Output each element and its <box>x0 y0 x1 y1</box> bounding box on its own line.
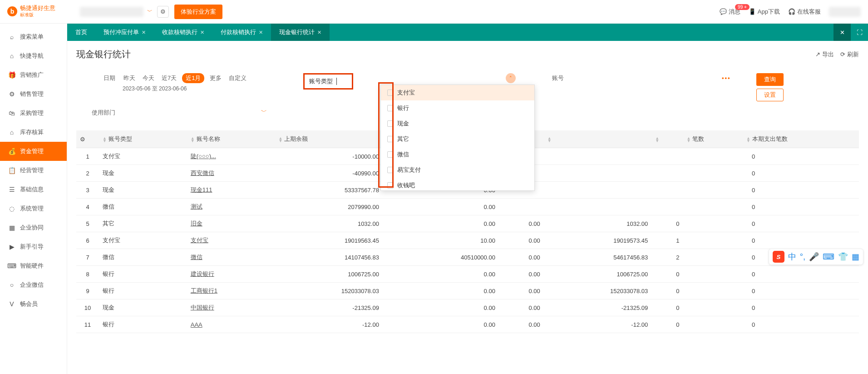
tab-fullscreen-button[interactable]: ⛶ <box>851 24 868 41</box>
sidebar-item[interactable]: 💰资金管理 <box>0 142 67 161</box>
cell-account-name[interactable]: 微信 <box>187 249 275 266</box>
messages-button[interactable]: 💬 消息 99 + <box>720 8 740 16</box>
sidebar-item[interactable]: ▦企业协同 <box>0 218 67 237</box>
cell-account-name[interactable]: 中国银行 <box>187 299 275 316</box>
table-header[interactable]: ▲▼笔数 <box>683 130 743 148</box>
tab-close-icon[interactable]: ✕ <box>259 30 263 35</box>
checkbox-icon[interactable] <box>387 167 394 173</box>
settings-button[interactable]: ⚙ <box>157 6 169 18</box>
ime-lang-label[interactable]: 中 <box>788 251 796 262</box>
checkbox-icon[interactable] <box>387 136 394 142</box>
cell-count2: 0 <box>743 283 859 299</box>
tab-close-icon[interactable]: ✕ <box>317 30 321 35</box>
tab[interactable]: 首页 <box>67 24 95 41</box>
checkbox-icon[interactable] <box>387 120 394 127</box>
tab[interactable]: 现金银行统计✕ <box>271 24 330 41</box>
dropdown-option[interactable]: 现金 <box>381 116 534 131</box>
sidebar-item[interactable]: 📋经营管理 <box>0 161 67 180</box>
ime-punct-icon[interactable]: °, <box>800 252 805 262</box>
cell-account-name[interactable]: AAA <box>187 316 275 333</box>
cell-count2: 0 <box>743 199 859 215</box>
checkbox-icon[interactable] <box>387 182 394 189</box>
cell-count2: 0 <box>743 182 859 199</box>
checkbox-icon[interactable] <box>387 151 394 158</box>
date-option[interactable]: 更多 <box>208 73 223 83</box>
sidebar-item[interactable]: V畅会员 <box>0 294 67 314</box>
sidebar-icon: ☰ <box>8 186 15 193</box>
dropdown-option[interactable]: 其它 <box>381 131 534 147</box>
ime-skin-icon[interactable]: 👕 <box>838 252 848 262</box>
collapse-toggle-button[interactable]: ˄ <box>506 73 516 83</box>
date-option[interactable]: 近1月 <box>182 73 204 83</box>
query-button[interactable]: 查询 <box>756 73 784 86</box>
user-avatar-blur[interactable] <box>829 7 861 17</box>
date-option[interactable]: 今天 <box>141 73 156 83</box>
dropdown-option[interactable]: 易宝支付 <box>381 162 534 178</box>
cell-account-name[interactable]: 测试 <box>187 199 275 215</box>
tab[interactable]: 预付冲应付单✕ <box>95 24 154 41</box>
refresh-button[interactable]: ⟳ 刷新 <box>840 50 859 59</box>
dropdown-option[interactable]: 收钱吧 <box>381 178 534 190</box>
ime-keyboard-icon[interactable]: ⌨ <box>823 252 834 262</box>
department-input[interactable]: ﹀ <box>122 108 267 117</box>
tab-close-all-button[interactable]: ✕ <box>833 24 851 41</box>
table-header[interactable]: ▲▼本期支出笔数 <box>743 130 859 148</box>
cell-account-name[interactable]: 西安微信 <box>187 165 275 182</box>
sidebar-item[interactable]: ⌂快捷导航 <box>0 46 67 65</box>
cell-hidden <box>683 215 743 232</box>
filter-settings-button[interactable]: 设置 <box>756 89 784 101</box>
gear-icon[interactable]: ⚙ <box>80 136 85 143</box>
sidebar-item[interactable]: ⌕搜索菜单 <box>0 27 67 46</box>
ime-mic-icon[interactable]: 🎤 <box>809 252 819 262</box>
cell-account-name[interactable]: 现金111 <box>187 182 275 199</box>
table-header[interactable]: ⚙ <box>76 130 99 148</box>
more-options-button[interactable]: ••• <box>722 75 731 81</box>
checkbox-icon[interactable] <box>387 90 394 96</box>
table-header[interactable]: ▲▼账号类型 <box>99 130 187 148</box>
cell-account-name[interactable]: 工商银行1 <box>187 283 275 299</box>
ime-toolbar[interactable]: S 中 °, 🎤 ⌨ 👕 ▦ <box>769 249 863 265</box>
ime-toolbox-icon[interactable]: ▦ <box>852 252 859 262</box>
sidebar-item[interactable]: 🛍采购管理 <box>0 104 67 123</box>
app-download-button[interactable]: 📱 App下载 <box>749 8 780 16</box>
date-option[interactable]: 昨天 <box>122 73 137 83</box>
sidebar-item[interactable]: ▶新手引导 <box>0 237 67 256</box>
cell-account-name[interactable]: 支付宝 <box>187 232 275 249</box>
org-selector[interactable]: ﹀ <box>80 7 153 17</box>
tab-close-icon[interactable]: ✕ <box>142 30 146 35</box>
support-button[interactable]: 🎧 在线客服 <box>788 8 821 16</box>
checkbox-icon[interactable] <box>387 105 394 111</box>
tab[interactable]: 收款核销执行✕ <box>154 24 212 41</box>
sidebar-item[interactable]: ☰基础信息 <box>0 180 67 199</box>
date-option[interactable]: 近7天 <box>160 73 178 83</box>
tab[interactable]: 付款核销执行✕ <box>212 24 271 41</box>
dropdown-option[interactable]: 微信 <box>381 147 534 162</box>
date-option[interactable]: 自定义 <box>227 73 248 83</box>
row-index: 11 <box>76 316 99 333</box>
table-row: 9银行工商银行1152033078.030.000.00152033078.03… <box>76 283 859 299</box>
dropdown-option[interactable]: 银行 <box>381 100 534 116</box>
sidebar-item[interactable]: ⌨智能硬件 <box>0 256 67 275</box>
sidebar-item[interactable]: ○企业微信 <box>0 275 67 294</box>
sidebar-item[interactable]: ◌系统管理 <box>0 199 67 218</box>
table-header[interactable]: ▲▼ <box>544 130 651 148</box>
sidebar-item[interactable]: ⌂库存核算 <box>0 123 67 142</box>
cell-account-name[interactable]: 陡(○○○)... <box>187 148 275 165</box>
cell-account-name[interactable]: 旧金 <box>187 215 275 232</box>
dropdown-option[interactable]: 支付宝 <box>381 85 534 100</box>
table-header[interactable]: ▲▼ <box>651 130 683 148</box>
sidebar-item[interactable]: ⚙销售管理 <box>0 85 67 104</box>
industry-plan-button[interactable]: 体验行业方案 <box>174 5 222 19</box>
brand: b 畅捷通好生意 标准版 <box>7 5 71 18</box>
table-header[interactable]: ▲▼账号名称 <box>187 130 275 148</box>
cell-account-name[interactable]: 建设银行 <box>187 266 275 283</box>
sidebar-item-label: 基础信息 <box>20 185 44 194</box>
table-header[interactable]: ▲▼上期余额 <box>275 130 383 148</box>
cell-balance: 54617456.83 <box>544 249 651 266</box>
table-row: 11银行AAA-12.000.000.00-12.0000 <box>76 316 859 333</box>
sidebar-item[interactable]: 🎁营销推广 <box>0 65 67 85</box>
account-number-input[interactable] <box>570 73 715 82</box>
export-button[interactable]: ↗ 导出 <box>815 50 834 59</box>
cell-expense: 0.00 <box>499 299 544 316</box>
tab-close-icon[interactable]: ✕ <box>200 30 204 35</box>
